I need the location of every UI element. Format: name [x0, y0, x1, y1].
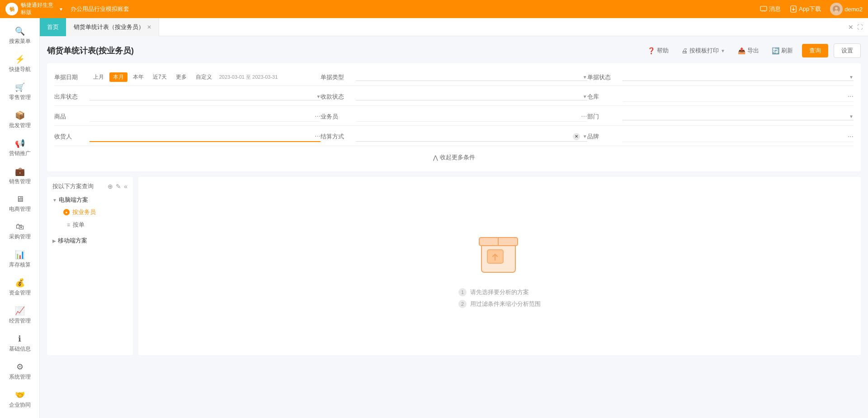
sidebar-item-marketing[interactable]: 📢 营销推广 [0, 134, 39, 162]
filter-cell-doc-type: 单据类型 ▼ [321, 69, 587, 86]
scheme-collapse-btn[interactable]: « [124, 183, 127, 190]
tab-close-btn[interactable]: ✕ [147, 24, 151, 30]
sidebar-item-retail[interactable]: 🛒 零售管理 [0, 78, 39, 106]
sidebar-item-system[interactable]: ⚙ 系统管理 [0, 357, 39, 385]
print-icon: 🖨 [681, 47, 688, 54]
sidebar-item-collab[interactable]: 🤝 企业协同 [0, 385, 39, 413]
out-status-caret: ▼ [316, 94, 321, 99]
sidebar-item-purchase[interactable]: 🛍 采购管理 [0, 218, 39, 245]
sidebar-item-search[interactable]: 🔍 搜索菜单 [0, 22, 39, 50]
tab-expand-btn[interactable]: ✕ ⛶ [843, 24, 868, 31]
doc-status-caret: ▼ [849, 75, 854, 80]
quicknav-icon: ⚡ [15, 54, 25, 64]
receipt-status-select[interactable]: ▼ [356, 93, 587, 100]
out-status-select[interactable]: ▼ [90, 93, 321, 100]
wholesale-icon: 📦 [15, 110, 25, 120]
scheme-panel-actions: ⊕ ✎ « [108, 183, 127, 190]
export-btn[interactable]: 📤 导出 [734, 45, 763, 57]
app-dropdown-caret[interactable]: ▼ [59, 7, 63, 12]
scheme-group-pc-header[interactable]: ▼ 电脑端方案 [52, 194, 127, 206]
scheme-add-btn[interactable]: ⊕ [108, 183, 113, 190]
department-caret: ▼ [849, 114, 854, 119]
settlement-select[interactable]: ✕ ▼ [356, 132, 587, 142]
search-menu-icon: 🔍 [15, 26, 25, 36]
collapse-btn[interactable]: ⋀ 收起更多条件 [54, 151, 854, 164]
consignee-input[interactable] [90, 133, 315, 140]
sales-icon: 💼 [15, 166, 25, 176]
sidebar-item-wholesale[interactable]: 📦 批发管理 [0, 106, 39, 134]
avatar-icon [833, 5, 840, 13]
scheme-group-pc-arrow: ▼ [52, 198, 57, 203]
goods-select[interactable]: ··· [90, 111, 321, 122]
filter-cell-salesman: 业务员 ··· [321, 108, 587, 126]
settlement-clear-btn[interactable]: ✕ [573, 133, 580, 140]
current-account[interactable]: 办公用品行业模拟账套 [71, 5, 129, 13]
scheme-group-pc-label: 电脑端方案 [59, 196, 88, 204]
tab-sales-stats[interactable]: 销货单统计表（按业务员） ✕ [66, 18, 159, 36]
header-left: 畅 畅捷通好生意 标版 ▼ 办公用品行业模拟账套 [5, 2, 129, 16]
sidebar-item-basicinfo[interactable]: ℹ 基础信息 [0, 329, 39, 357]
sidebar-item-newbie[interactable]: 🆕 新手引导 [0, 413, 39, 418]
scheme-group-pc: ▼ 电脑端方案 ● 按业务员 ≡ 按单 [52, 194, 127, 231]
logo-icon: 畅 [5, 3, 18, 15]
date-tab-7days[interactable]: 近7天 [149, 72, 170, 82]
scheme-edit-btn[interactable]: ✎ [116, 183, 121, 190]
sidebar-item-sales[interactable]: 💼 销售管理 [0, 162, 39, 190]
header-message-btn[interactable]: 消息 [760, 5, 781, 13]
header-user-btn[interactable]: demo2 [830, 3, 863, 15]
goods-label: 商品 [54, 113, 86, 121]
print-dropdown-caret[interactable]: ▼ [721, 48, 725, 53]
help-btn[interactable]: ❓ 帮助 [644, 45, 672, 57]
query-button[interactable]: 查询 [802, 44, 828, 57]
scheme-item-dot: ● [63, 209, 70, 215]
refresh-btn[interactable]: 🔄 刷新 [768, 45, 797, 57]
warehouse-dots: ··· [848, 92, 854, 100]
consignee-label: 收货人 [54, 133, 86, 141]
scheme-group-mobile-header[interactable]: ▶ 移动端方案 [52, 235, 127, 247]
empty-step-2: 2 用过滤条件来缩小分析范围 [458, 300, 541, 308]
sidebar-item-inventory[interactable]: 📊 库存核算 [0, 245, 39, 273]
table-area: 1 请先选择要分析的方案 2 用过滤条件来缩小分析范围 [138, 177, 861, 355]
filter-cell-warehouse: 仓库 ··· [587, 88, 854, 106]
collapse-area: ⋀ 收起更多条件 [54, 146, 854, 166]
step-num-2: 2 [458, 300, 467, 308]
date-tab-this-month[interactable]: 本月 [109, 72, 127, 82]
template-print-btn[interactable]: 🖨 按模板打印 ▼ [678, 45, 729, 57]
sidebar-item-finance[interactable]: 💰 资金管理 [0, 273, 39, 301]
scheme-group-mobile-arrow: ▶ [52, 238, 56, 243]
help-icon: ❓ [647, 47, 655, 54]
logo-text: 畅捷通好生意 标版 [21, 2, 53, 16]
brand-select[interactable]: ··· [623, 132, 854, 142]
sidebar: 🔍 搜索菜单 ⚡ 快捷导航 🛒 零售管理 📦 批发管理 📢 营销推广 💼 [0, 18, 40, 418]
date-tab-last-month[interactable]: 上月 [90, 72, 108, 82]
warehouse-select[interactable]: ··· [623, 91, 854, 102]
window-close-icon[interactable]: ✕ [848, 24, 854, 31]
svg-point-3 [835, 7, 838, 10]
warehouse-label: 仓库 [587, 93, 619, 101]
sidebar-item-quicknav[interactable]: ⚡ 快捷导航 [0, 50, 39, 78]
department-select[interactable]: ▼ [623, 113, 854, 120]
app-download-icon [790, 5, 797, 13]
filter-cell-department: 部门 ▼ [587, 108, 854, 126]
consignee-input-area[interactable]: ··· [90, 131, 321, 142]
scheme-item-by-order[interactable]: ≡ 按单 [52, 218, 127, 231]
logo-area[interactable]: 畅 畅捷通好生意 标版 [5, 2, 53, 16]
sidebar-item-ecommerce[interactable]: 🖥 电商管理 [0, 190, 39, 218]
settings-button[interactable]: 设置 [834, 43, 861, 58]
date-tab-custom[interactable]: 自定义 [192, 72, 216, 82]
doc-status-label: 单据状态 [587, 73, 619, 81]
page-content: 销货单统计表(按业务员) ❓ 帮助 🖨 按模板打印 ▼ 📤 [40, 36, 868, 418]
tab-bar: 首页 销货单统计表（按业务员） ✕ ✕ ⛶ [40, 18, 868, 36]
scheme-item-by-salesman[interactable]: ● 按业务员 [52, 206, 127, 218]
empty-state-graphic [470, 220, 529, 279]
date-tab-more[interactable]: 更多 [172, 72, 190, 82]
tab-home[interactable]: 首页 [40, 18, 66, 36]
date-tab-this-year[interactable]: 本年 [129, 72, 147, 82]
sidebar-item-management[interactable]: 📈 经营管理 [0, 301, 39, 329]
header-app-download-btn[interactable]: App下载 [790, 5, 821, 13]
window-maximize-icon[interactable]: ⛶ [857, 24, 863, 30]
salesman-select[interactable]: ··· [356, 111, 587, 122]
doc-status-select[interactable]: ▼ [623, 74, 854, 81]
export-icon: 📤 [738, 47, 745, 54]
doc-type-select[interactable]: ▼ [356, 74, 587, 81]
